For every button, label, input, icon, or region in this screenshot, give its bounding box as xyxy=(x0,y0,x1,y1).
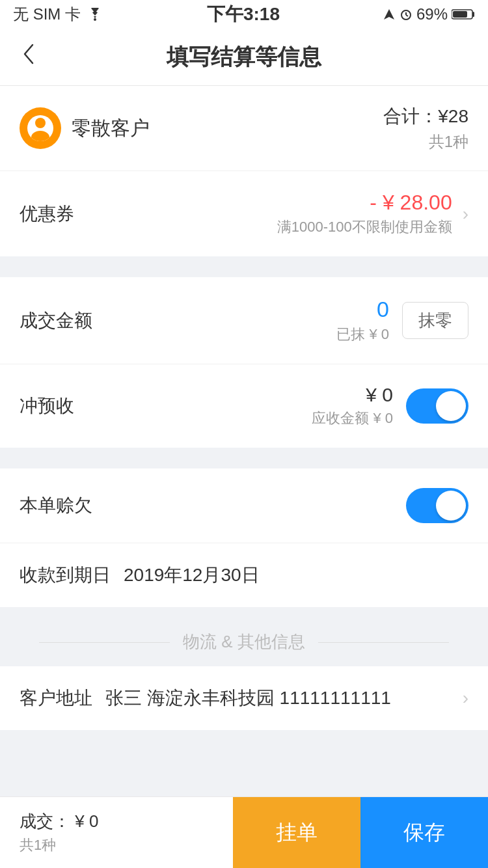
page-title: 填写结算等信息 xyxy=(167,42,321,72)
status-right: 69% xyxy=(383,5,475,23)
customer-total: 合计：¥28 共1种 xyxy=(383,104,468,152)
coupon-row[interactable]: 优惠券 - ¥ 28.00 满1000-100不限制使用金额 › xyxy=(0,170,488,256)
bottom-count: 共1种 xyxy=(20,835,213,855)
svg-rect-6 xyxy=(453,11,467,18)
pending-button[interactable]: 挂单 xyxy=(233,797,360,869)
nav-bar: 填写结算等信息 xyxy=(0,29,488,86)
customer-avatar xyxy=(20,107,61,149)
location-icon xyxy=(383,8,396,21)
logistics-divider: 物流 & 其他信息 xyxy=(0,617,488,666)
status-bar: 无 SIM 卡 下午3:18 69% xyxy=(0,0,488,29)
bottom-bar: 成交： ¥ 0 共1种 挂单 保存 xyxy=(0,796,488,868)
save-button[interactable]: 保存 xyxy=(360,797,488,869)
advance-right: ¥ 0 应收金额 ¥ 0 xyxy=(312,384,468,428)
svg-line-3 xyxy=(406,15,408,16)
address-chevron-icon: › xyxy=(463,688,468,709)
debt-section: 本单赊欠 收款到期日 2019年12月30日 xyxy=(0,468,488,607)
coupon-label: 优惠券 xyxy=(20,202,74,226)
battery-text: 69% xyxy=(416,5,448,23)
avatar-icon xyxy=(27,115,53,141)
bottom-transaction-value: ¥ 0 xyxy=(75,811,98,831)
customer-section: 零散客户 合计：¥28 共1种 优惠券 - ¥ 28.00 满1000-100不… xyxy=(0,86,488,256)
customer-info: 零散客户 xyxy=(20,107,150,149)
debt-row: 本单赊欠 xyxy=(0,468,488,543)
address-value: 张三 海淀永丰科技园 11111111111 xyxy=(105,686,391,711)
advance-pay-label: 冲预收 xyxy=(20,394,74,418)
coupon-right: - ¥ 28.00 满1000-100不限制使用金额 › xyxy=(277,191,468,237)
svg-point-0 xyxy=(94,18,96,21)
address-section: 客户地址 张三 海淀永丰科技园 11111111111 › xyxy=(0,666,488,730)
advance-amount-area: ¥ 0 应收金额 ¥ 0 xyxy=(312,384,393,428)
transaction-section: 成交金额 0 已抹 ¥ 0 抹零 冲预收 ¥ 0 应收金额 ¥ 0 xyxy=(0,277,488,448)
advance-pay-toggle[interactable] xyxy=(406,388,468,424)
due-date-value: 2019年12月30日 xyxy=(124,563,260,588)
transaction-sub: 已抹 ¥ 0 xyxy=(336,325,389,344)
content-area: 零散客户 合计：¥28 共1种 优惠券 - ¥ 28.00 满1000-100不… xyxy=(0,86,488,868)
address-label: 客户地址 xyxy=(20,686,92,711)
advance-pay-row: 冲预收 ¥ 0 应收金额 ¥ 0 xyxy=(0,364,488,448)
customer-row: 零散客户 合计：¥28 共1种 xyxy=(0,86,488,170)
coupon-value-area: - ¥ 28.00 满1000-100不限制使用金额 xyxy=(277,191,452,237)
svg-rect-5 xyxy=(472,12,474,17)
advance-amount: ¥ 0 xyxy=(312,384,393,406)
coupon-amount: - ¥ 28.00 xyxy=(277,191,452,215)
address-left: 客户地址 张三 海淀永丰科技园 11111111111 xyxy=(20,686,391,711)
transaction-label: 成交金额 xyxy=(20,308,92,333)
status-left: 无 SIM 卡 xyxy=(13,4,104,25)
signal-text: 无 SIM 卡 xyxy=(13,4,81,25)
due-date-row: 收款到期日 2019年12月30日 xyxy=(0,543,488,607)
status-time: 下午3:18 xyxy=(207,2,280,27)
debt-label: 本单赊欠 xyxy=(20,493,92,518)
due-date-content: 收款到期日 2019年12月30日 xyxy=(20,563,468,588)
transaction-right: 0 已抹 ¥ 0 抹零 xyxy=(336,297,468,344)
transaction-amount-area: 0 已抹 ¥ 0 xyxy=(336,297,389,344)
battery-icon xyxy=(452,8,475,20)
back-button[interactable] xyxy=(16,36,42,78)
advance-receivable: 应收金额 ¥ 0 xyxy=(312,409,393,428)
customer-name: 零散客户 xyxy=(72,115,150,142)
total-amount: 合计：¥28 xyxy=(383,104,468,129)
round-off-button[interactable]: 抹零 xyxy=(402,302,468,339)
debt-toggle[interactable] xyxy=(406,488,468,523)
bottom-transaction-info: 成交： ¥ 0 xyxy=(20,810,213,833)
address-row[interactable]: 客户地址 张三 海淀永丰科技园 11111111111 › xyxy=(0,666,488,730)
alarm-icon xyxy=(400,8,413,21)
coupon-chevron-icon: › xyxy=(463,204,468,224)
bottom-left-info: 成交： ¥ 0 共1种 xyxy=(0,810,233,855)
total-count: 共1种 xyxy=(383,131,468,152)
wifi-icon xyxy=(86,8,104,21)
divider-2 xyxy=(0,458,488,468)
due-date-label: 收款到期日 xyxy=(20,563,111,588)
transaction-row: 成交金额 0 已抹 ¥ 0 抹零 xyxy=(0,277,488,364)
logistics-label: 物流 & 其他信息 xyxy=(170,632,318,651)
transaction-value: 0 xyxy=(336,297,389,322)
coupon-note: 满1000-100不限制使用金额 xyxy=(277,217,452,237)
divider-1 xyxy=(0,267,488,277)
bottom-transaction-label: 成交： xyxy=(20,811,70,831)
